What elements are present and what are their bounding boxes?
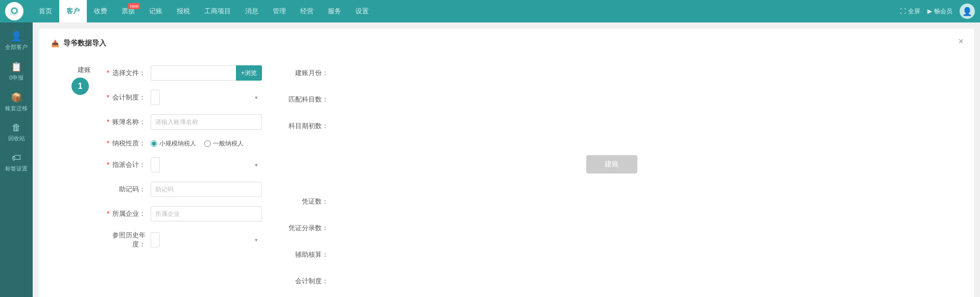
init-balance-row: 科目期初数： xyxy=(282,118,941,134)
nav-tax[interactable]: 报税 xyxy=(170,0,197,22)
account-system-label: * 会计制度： xyxy=(102,93,146,102)
hist-year-select-wrapper xyxy=(151,232,262,247)
member-label: 畅会员 xyxy=(934,7,952,16)
match-subject-label: 匹配科目数： xyxy=(282,95,328,104)
migration-icon: 📦 xyxy=(11,92,22,103)
ledger-name-input[interactable] xyxy=(151,114,262,130)
member-icon: ▶ xyxy=(927,8,932,15)
accounting-system-row: 会计制度： xyxy=(282,274,941,289)
build-account-button[interactable]: 建账 xyxy=(586,155,637,174)
fullscreen-label: 全屏 xyxy=(908,7,920,16)
memo-row: 助记码： xyxy=(102,182,262,197)
sidebar-item-zero-report[interactable]: 📋 0申报 xyxy=(1,57,32,86)
tax-type-label: * 纳税性质： xyxy=(102,139,146,148)
nav-bookkeeping[interactable]: 记账 xyxy=(142,0,170,22)
account-system-select[interactable] xyxy=(151,90,160,105)
page-title: 导爷数据导入 xyxy=(63,39,106,48)
close-button[interactable]: × xyxy=(958,37,964,46)
small-taxpayer-radio-input[interactable] xyxy=(151,140,157,147)
all-clients-icon: 👤 xyxy=(11,31,22,42)
content-area: 📥 导爷数据导入 × 建账 1 * 选择文件 xyxy=(39,29,974,297)
hist-year-select[interactable] xyxy=(151,232,160,247)
file-row: * 选择文件： +浏览 xyxy=(102,65,262,81)
voucher-label: 凭证数： xyxy=(282,197,328,206)
file-input[interactable] xyxy=(151,65,236,81)
aux-calc-row: 辅助核算： xyxy=(282,247,941,262)
sidebar-item-tags[interactable]: 🏷 标签设置 xyxy=(1,148,32,177)
general-taxpayer-radio-input[interactable] xyxy=(204,140,211,147)
nav-service[interactable]: 服务 xyxy=(321,0,348,22)
memo-input[interactable] xyxy=(151,182,262,197)
file-label: * 选择文件： xyxy=(102,68,146,78)
browse-button[interactable]: +浏览 xyxy=(236,65,262,81)
build-month-label: 建账月份： xyxy=(282,68,328,78)
member-btn[interactable]: ▶ 畅会员 xyxy=(927,7,952,16)
voucher-row: 凭证数： xyxy=(282,194,941,209)
sidebar-item-all-clients[interactable]: 👤 全部客户 xyxy=(1,27,32,55)
memo-label: 助记码： xyxy=(102,185,146,194)
sidebar-item-label: 0申报 xyxy=(9,74,23,82)
accountant-select-wrapper xyxy=(151,157,262,172)
build-label-left: 建账 xyxy=(78,65,91,75)
build-month-row: 建账月份： xyxy=(282,65,941,81)
voucher-entries-label: 凭证分录数： xyxy=(282,224,328,233)
tax-type-radio-group: 小规模纳税人 一般纳税人 xyxy=(151,139,262,148)
hist-year-label: 参照历史年度： xyxy=(102,231,146,249)
sidebar-item-label: 全部客户 xyxy=(5,43,28,51)
fullscreen-btn[interactable]: ⛶ 全屏 xyxy=(900,7,920,16)
accountant-label: * 指派会计： xyxy=(102,160,146,169)
nav-home[interactable]: 首页 xyxy=(32,0,59,22)
hist-year-row: 参照历史年度： xyxy=(102,231,262,249)
form-left: * 选择文件： +浏览 * 会计制度： xyxy=(102,65,262,258)
section-title: 📥 导爷数据导入 xyxy=(51,39,962,48)
step-circle: 1 xyxy=(71,78,89,95)
logo[interactable] xyxy=(5,2,23,20)
company-row: * 所属企业： xyxy=(102,206,262,221)
small-taxpayer-radio[interactable]: 小规模纳税人 xyxy=(151,139,196,148)
voucher-entries-row: 凭证分录数： xyxy=(282,220,941,236)
accountant-row: * 指派会计： xyxy=(102,157,262,172)
init-balance-label: 科目期初数： xyxy=(282,121,328,131)
ledger-name-row: * 账簿名称： xyxy=(102,114,262,130)
top-nav: 首页 客户 收费 票据 new 记账 报税 工商项目 消息 管理 经营 服务 设… xyxy=(0,0,980,22)
aux-calc-label: 辅助核算： xyxy=(282,250,328,259)
avatar[interactable]: 👤 xyxy=(960,4,975,19)
nav-manage[interactable]: 管理 xyxy=(266,0,293,22)
file-input-group: +浏览 xyxy=(151,65,262,81)
nav-invoice[interactable]: 票据 new xyxy=(114,0,142,22)
nav-customer[interactable]: 客户 xyxy=(59,0,87,22)
new-badge: new xyxy=(128,3,140,9)
accounting-system-label: 会计制度： xyxy=(282,277,328,286)
sidebar: 👤 全部客户 📋 0申报 📦 账套迁移 🗑 回收站 🏷 标签设置 xyxy=(0,22,33,297)
company-label: * 所属企业： xyxy=(102,209,146,218)
general-taxpayer-label: 一般纳税人 xyxy=(213,139,244,148)
sidebar-item-migration[interactable]: 📦 账套迁移 xyxy=(1,88,32,116)
accountant-select[interactable] xyxy=(151,157,160,172)
sidebar-item-label: 账套迁移 xyxy=(5,105,28,112)
nav-right: ⛶ 全屏 ▶ 畅会员 👤 xyxy=(900,4,975,19)
nav-bizproject[interactable]: 工商项目 xyxy=(197,0,238,22)
account-system-select-wrapper xyxy=(151,90,262,105)
nav-operation[interactable]: 经营 xyxy=(293,0,321,22)
form-container: 建账 1 * 选择文件： +浏览 xyxy=(51,60,962,297)
match-subject-row: 匹配科目数： xyxy=(282,92,941,107)
sidebar-item-label: 标签设置 xyxy=(5,165,28,172)
fullscreen-icon: ⛶ xyxy=(900,8,906,15)
sidebar-item-trash[interactable]: 🗑 回收站 xyxy=(1,118,32,146)
ledger-name-label: * 账簿名称： xyxy=(102,117,146,127)
svg-point-1 xyxy=(12,9,16,12)
sidebar-item-label: 回收站 xyxy=(8,135,25,142)
form-right: 建账月份： 匹配科目数： 科目期初数： 建账 凭证 xyxy=(282,65,941,297)
main-content: 📥 导爷数据导入 × 建账 1 * 选择文件 xyxy=(33,22,980,297)
tax-type-row: * 纳税性质： 小规模纳税人 一般纳税人 xyxy=(102,139,262,148)
company-input[interactable] xyxy=(151,206,262,221)
nav-message[interactable]: 消息 xyxy=(238,0,266,22)
import-icon: 📥 xyxy=(51,40,59,47)
nav-items: 首页 客户 收费 票据 new 记账 报税 工商项目 消息 管理 经营 服务 设… xyxy=(32,0,900,22)
general-taxpayer-radio[interactable]: 一般纳税人 xyxy=(204,139,244,148)
zero-report-icon: 📋 xyxy=(11,61,22,72)
nav-settings[interactable]: 设置 xyxy=(348,0,376,22)
nav-fee[interactable]: 收费 xyxy=(87,0,114,22)
trash-icon: 🗑 xyxy=(12,122,21,133)
small-taxpayer-label: 小规模纳税人 xyxy=(159,139,196,148)
